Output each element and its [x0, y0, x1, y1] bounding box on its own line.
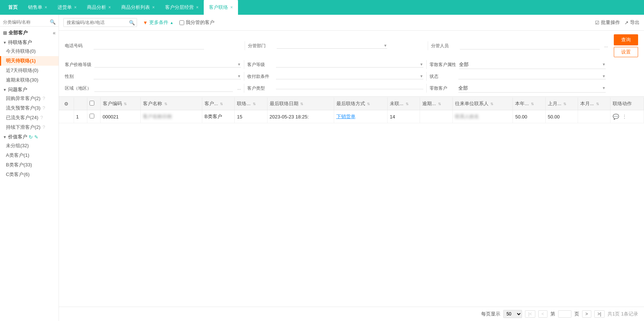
grid-icon: ⊞ — [3, 30, 7, 36]
sidebar-item-b-class[interactable]: B类客户(33) — [0, 160, 59, 170]
nav-purchase[interactable]: 进货单 × — [52, 0, 82, 15]
sidebar-item-ungroup[interactable]: 未分组(32) — [0, 141, 59, 151]
nav-analysis[interactable]: 商品分析 × — [82, 0, 116, 15]
sidebar-item-tomorrow[interactable]: 明天待联络(1) — [0, 56, 59, 66]
filter-cell-price-level: 客户价格等级 ▼ — [65, 62, 241, 68]
sidebar-item-c-class[interactable]: C类客户(6) — [0, 170, 59, 179]
query-btn[interactable]: 查询 — [614, 34, 638, 45]
sidebar-item-7days[interactable]: 近7天待联络(0) — [0, 66, 59, 75]
table-header-checkbox[interactable] — [87, 97, 100, 110]
table-header-unit-contact[interactable]: 往来单位联系人 ⇅ — [452, 97, 513, 110]
filter-row-3: 性别 ▼ 收付款条件 ▼ 状态 — [65, 72, 638, 81]
sort-unit-icon: ⇅ — [490, 102, 493, 106]
cust-level-select[interactable]: ▼ — [276, 62, 423, 68]
table-header-this-year[interactable]: 本年... ⇅ — [513, 97, 545, 110]
close-analysis-icon[interactable]: × — [108, 5, 111, 10]
close-customer-tier-icon[interactable]: × — [196, 5, 199, 10]
table-header-last-month[interactable]: 上月... ⇅ — [545, 97, 578, 110]
retail-cust-select[interactable]: 全部 ▼ — [458, 84, 606, 93]
sidebar-item-today[interactable]: 今天待联络(0) — [0, 46, 59, 56]
sort-lmonth-icon: ⇅ — [563, 102, 566, 106]
sort-name-icon: ⇅ — [164, 102, 167, 106]
row-checkbox[interactable] — [90, 114, 94, 118]
export-btn[interactable]: ↗ 导出 — [624, 19, 640, 26]
table-header-type[interactable]: 客户... ⇅ — [202, 97, 234, 110]
page-first-btn[interactable]: |< — [525, 310, 535, 318]
table-header-uncontacted[interactable]: 未联... ⇅ — [388, 97, 420, 110]
nav-analysis-list[interactable]: 商品分析列表 × — [116, 0, 160, 15]
action-comment-icon[interactable]: 💬 — [613, 114, 619, 120]
nav-customer-tier[interactable]: 客户分层经营 × — [160, 0, 204, 15]
row-index: 1 — [74, 110, 87, 123]
sidebar-all-customers[interactable]: ⊞ 全部客户 « — [0, 28, 59, 38]
divider-3 — [244, 60, 244, 69]
footer: 每页显示 50 100 200 |< < 第 1 页 > >| 共1页 1条记录 — [59, 307, 644, 321]
table-header-code[interactable]: 客户编码 ⇅ — [100, 97, 140, 110]
page-next-btn[interactable]: > — [582, 310, 591, 318]
page-num-input[interactable]: 1 — [558, 310, 571, 318]
retail-attr-select[interactable]: 全部 ▼ — [459, 61, 606, 69]
sidebar-item-repurchase[interactable]: 回购异常客户(2) ? — [0, 94, 59, 103]
sidebar-item-a-class[interactable]: A类客户(1) — [0, 151, 59, 160]
settings-btn[interactable]: 设置 — [614, 47, 638, 57]
sidebar-item-lost[interactable]: 已流失客户(24) ? — [0, 113, 59, 122]
phone-input[interactable] — [94, 42, 204, 49]
filter-more-btn[interactable]: ▼ 更多条件 ▲ — [140, 18, 176, 27]
table-header-gear[interactable]: ⚙ — [59, 97, 74, 110]
row-last-month: 50.00 — [545, 110, 578, 123]
cust-type-select[interactable] — [276, 87, 423, 89]
sidebar-value-group: ▼ 价值客户 ↻ ✎ — [0, 132, 59, 141]
filter-cell-dept: 分管部门 ▼ — [248, 43, 425, 49]
value-arrow-icon: ▼ — [3, 135, 7, 139]
page-prev-btn[interactable]: < — [538, 310, 547, 318]
table-header-contact[interactable]: 联络... ⇅ — [235, 97, 267, 110]
sidebar-collapse-btn[interactable]: « — [53, 30, 56, 36]
sidebar-search-icon[interactable]: 🔍 — [50, 19, 56, 25]
problem-arrow-icon: ▼ — [3, 88, 7, 92]
region-input[interactable] — [94, 85, 233, 92]
last-method-link[interactable]: 下销货单 — [336, 114, 356, 119]
manager-input[interactable] — [460, 42, 600, 49]
divider-4 — [426, 60, 427, 69]
edit-icon[interactable]: ✎ — [34, 134, 38, 140]
my-customers-checkbox[interactable] — [179, 20, 184, 25]
row-unit-contact: 联系人姓名 — [452, 110, 513, 123]
search-icon[interactable]: 🔍 — [129, 20, 135, 25]
close-purchase-icon[interactable]: × — [74, 5, 77, 10]
table-header-this-month[interactable]: 本月... ⇅ — [578, 97, 610, 110]
payment-arrow-icon: ▼ — [420, 74, 423, 78]
table-header-overdue[interactable]: 逾期... ⇅ — [420, 97, 452, 110]
select-all-checkbox[interactable] — [90, 101, 94, 106]
divider-1 — [245, 41, 245, 50]
table-header-name[interactable]: 客户名称 ⇅ — [140, 97, 202, 110]
price-level-select[interactable]: ▼ — [94, 62, 241, 68]
nav-sales[interactable]: 销售单 × — [23, 0, 52, 15]
action-grid-icon[interactable]: ⋮ — [622, 114, 627, 120]
gender-select[interactable]: ▼ — [94, 73, 241, 79]
page-last-btn[interactable]: >| — [594, 310, 605, 318]
dept-select[interactable]: ▼ — [277, 43, 387, 49]
nav-home[interactable]: 首页 — [3, 0, 23, 15]
phone-label: 电话号码 — [65, 43, 91, 49]
sidebar-item-overdue[interactable]: 逾期未联络(30) — [0, 75, 59, 85]
table-header-last-method[interactable]: 最后联络方式 ⇅ — [334, 97, 388, 110]
close-analysis-list-icon[interactable]: × — [152, 5, 155, 10]
close-customer-contact-icon[interactable]: × — [230, 5, 233, 10]
region-dots-icon[interactable]: ... — [237, 86, 241, 91]
per-page-select[interactable]: 50 100 200 — [503, 310, 522, 318]
sort-contact-icon: ⇅ — [253, 102, 256, 106]
search-input[interactable] — [63, 18, 137, 27]
sidebar-item-lostwarning[interactable]: 流失预警客户(3) ? — [0, 103, 59, 113]
manager-dots-icon[interactable]: ... — [604, 43, 608, 48]
row-uncontacted: 14 — [388, 110, 420, 123]
table-wrap: ⚙ 客户编码 ⇅ 客户名称 ⇅ — [59, 97, 644, 307]
table-header-last-date[interactable]: 最后联络日期 ⇅ — [267, 97, 334, 110]
nav-customer-contact[interactable]: 客户联络 × — [204, 0, 238, 15]
status-select[interactable]: ▼ — [458, 73, 606, 79]
refresh-icon[interactable]: ↻ — [29, 134, 33, 140]
payment-select[interactable]: ▼ — [276, 73, 423, 79]
sidebar-item-declining[interactable]: 持续下滑客户(2) ? — [0, 122, 59, 132]
sidebar-search-input[interactable] — [3, 20, 50, 25]
batch-btn[interactable]: ☑ 批量操作 — [595, 19, 620, 26]
close-sales-icon[interactable]: × — [45, 5, 47, 10]
